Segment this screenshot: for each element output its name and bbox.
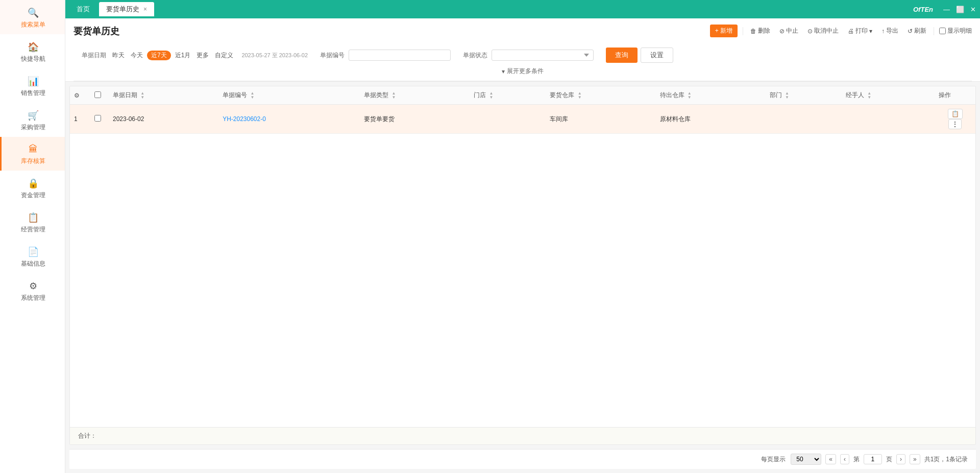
first-page-btn[interactable]: « [825, 454, 836, 464]
date-shortcut-last7days[interactable]: 近7天 [147, 51, 171, 60]
show-detail-button[interactable]: 显示明细 [939, 27, 972, 35]
minimize-btn[interactable]: — [943, 6, 950, 13]
status-select[interactable]: 草稿 已审批 中止 [492, 50, 594, 61]
sidebar-item-label: 经营管理 [21, 225, 45, 234]
row-index: 1 [70, 105, 90, 134]
sidebar-item-search-menu[interactable]: 🔍 搜索菜单 [0, 0, 65, 34]
search-menu-icon: 🔍 [28, 7, 39, 18]
sidebar-item-label: 快捷导航 [21, 55, 45, 63]
row-department [766, 105, 842, 134]
date-shortcut-custom[interactable]: 自定义 [213, 51, 235, 60]
col-req-warehouse[interactable]: 要货仓库 ▲▼ [546, 86, 655, 105]
sidebar-item-base-info[interactable]: 📄 基础信息 [0, 239, 65, 273]
col-pending-warehouse[interactable]: 待出仓库 ▲▼ [656, 86, 766, 105]
refresh-button[interactable]: ↺ 刷新 [905, 25, 928, 37]
close-btn[interactable]: ✕ [970, 6, 976, 13]
toolbar: + 新增 🗑 删除 ⊘ 中止 ⊙ 取消中止 [710, 25, 972, 37]
expand-more-btn[interactable]: ▾ 展开更多条件 [82, 67, 964, 76]
setting-button[interactable]: 设置 [641, 48, 673, 63]
page-title: 要货单历史 [74, 25, 119, 37]
export-button[interactable]: ↑ 导出 [879, 25, 900, 37]
tab-close-icon[interactable]: × [143, 6, 147, 13]
col-settings[interactable]: ⚙ [70, 86, 90, 105]
date-shortcut-yesterday[interactable]: 昨天 [110, 51, 127, 60]
sort-arrows-date: ▲▼ [140, 91, 144, 100]
sidebar-item-finance[interactable]: 🔒 资金管理 [0, 171, 65, 205]
order-no-link[interactable]: YH-20230602-0 [223, 115, 266, 123]
row-checkbox[interactable] [94, 115, 101, 122]
print-button[interactable]: 🖨 打印 ▾ [846, 25, 874, 37]
row-more-btn[interactable]: ⋮ [948, 119, 962, 129]
sales-icon: 📊 [28, 76, 39, 87]
page-num-input[interactable] [864, 454, 882, 464]
sort-arrows-order-no: ▲▼ [250, 91, 254, 100]
sidebar-item-operations[interactable]: 📋 经营管理 [0, 205, 65, 239]
action-buttons: 查询 设置 [606, 48, 673, 63]
tab-home-label: 首页 [77, 5, 90, 14]
col-checkbox [90, 86, 109, 105]
show-detail-checkbox[interactable] [939, 28, 946, 34]
table-row: 1 2023-06-02 YH-20230602-0 要货单要货 车间库 [70, 105, 975, 134]
date-label: 单据日期 [82, 51, 106, 60]
table-scroll[interactable]: ⚙ 单据日期 ▲▼ 单据编号 ▲▼ [70, 86, 975, 427]
total-info: 共1页，1条记录 [924, 455, 968, 464]
sort-arrows-handler: ▲▼ [867, 91, 871, 100]
stop-button[interactable]: ⊘ 中止 [777, 25, 800, 37]
cancel-stop-icon: ⊙ [807, 28, 813, 35]
col-order-no[interactable]: 单据编号 ▲▼ [218, 86, 360, 105]
table-area: ⚙ 单据日期 ▲▼ 单据编号 ▲▼ [69, 86, 976, 445]
quick-nav-icon: 🏠 [28, 41, 39, 53]
col-handler[interactable]: 经手人 ▲▼ [842, 86, 935, 105]
col-order-type[interactable]: 单据类型 ▲▼ [360, 86, 470, 105]
pagination-bar: 每页显示 10 20 50 100 « ‹ 第 页 › » 共1页，1条记录 [69, 449, 976, 469]
row-pending-warehouse: 原材料仓库 [656, 105, 766, 134]
expand-arrow-icon: ▾ [502, 68, 505, 75]
query-button[interactable]: 查询 [606, 48, 638, 63]
col-department[interactable]: 部门 ▲▼ [766, 86, 842, 105]
sidebar-item-inventory[interactable]: 🏛 库存核算 [0, 137, 65, 171]
per-page-select[interactable]: 10 20 50 100 [791, 454, 821, 465]
col-operation: 操作 [935, 86, 975, 105]
sort-arrows-pending-warehouse: ▲▼ [688, 91, 692, 100]
base-info-icon: 📄 [28, 246, 39, 257]
last-page-btn[interactable]: » [910, 454, 920, 464]
page-prefix-label: 第 [853, 455, 860, 464]
delete-button[interactable]: 🗑 删除 [748, 25, 772, 37]
next-page-btn[interactable]: › [896, 454, 905, 464]
new-button[interactable]: + 新增 [710, 25, 738, 37]
page-title-row: 要货单历史 + 新增 🗑 删除 ⊘ 中止 ⊙ [74, 25, 972, 37]
row-view-btn[interactable]: 📋 [948, 109, 963, 119]
sidebar-item-label: 库存核算 [21, 157, 45, 165]
date-shortcut-more[interactable]: 更多 [194, 51, 211, 60]
print-dropdown-icon: ▾ [869, 28, 872, 35]
sidebar-item-sales[interactable]: 📊 销售管理 [0, 68, 65, 103]
page-content: 要货单历史 + 新增 🗑 删除 ⊘ 中止 ⊙ [65, 18, 980, 473]
sidebar-item-label: 搜索菜单 [21, 20, 45, 29]
sort-arrows-store: ▲▼ [489, 91, 494, 100]
sidebar-item-system[interactable]: ⚙ 系统管理 [0, 273, 65, 308]
sidebar-item-purchase[interactable]: 🛒 采购管理 [0, 103, 65, 137]
export-icon: ↑ [881, 28, 885, 35]
filter-row-1: 单据日期 昨天 今天 近7天 近1月 更多 自定义 2023-05-27 至 2… [82, 48, 964, 63]
order-no-input[interactable] [349, 50, 451, 61]
date-shortcut-last1month[interactable]: 近1月 [173, 51, 193, 60]
date-range-text: 2023-05-27 至 2023-06-02 [241, 52, 308, 59]
sidebar-item-quick-nav[interactable]: 🏠 快捷导航 [0, 34, 65, 68]
col-date[interactable]: 单据日期 ▲▼ [109, 86, 218, 105]
select-all-checkbox[interactable] [94, 91, 101, 98]
delete-label: 删除 [758, 27, 770, 35]
tab-home[interactable]: 首页 [69, 2, 97, 16]
tab-requisition-history[interactable]: 要货单历史 × [99, 2, 154, 16]
per-page-label: 每页显示 [761, 455, 786, 464]
row-store [470, 105, 546, 134]
refresh-label: 刷新 [914, 27, 926, 35]
filter-group-status: 单据状态 草稿 已审批 中止 [463, 50, 594, 61]
cancel-stop-button[interactable]: ⊙ 取消中止 [805, 25, 841, 37]
row-req-warehouse: 车间库 [546, 105, 655, 134]
inventory-icon: 🏛 [29, 144, 38, 155]
col-store[interactable]: 门店 ▲▼ [470, 86, 546, 105]
print-icon: 🖨 [848, 28, 854, 35]
maximize-btn[interactable]: ⬜ [956, 6, 964, 13]
prev-page-btn[interactable]: ‹ [840, 454, 849, 464]
date-shortcut-today[interactable]: 今天 [129, 51, 145, 60]
